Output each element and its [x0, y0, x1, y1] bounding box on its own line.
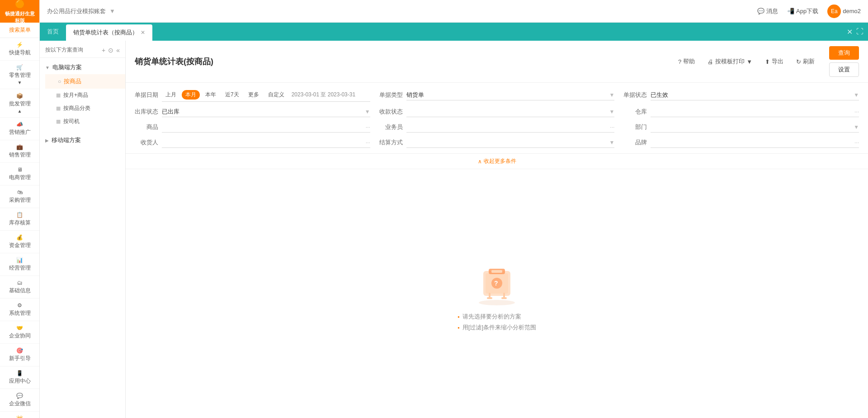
- brand-control[interactable]: ···: [651, 137, 859, 148]
- scheme-item-by-product[interactable]: ○ 按商品: [45, 74, 125, 89]
- collapse-panel-icon[interactable]: «: [116, 47, 120, 54]
- collapse-bar[interactable]: ∧ 收起更多条件: [126, 154, 868, 169]
- stockstatus-control[interactable]: ▼: [162, 106, 370, 117]
- filter-field-paymentstatus: 收款状态 ▼: [379, 106, 615, 117]
- add-scheme-icon[interactable]: +: [102, 47, 105, 54]
- sidebar-item-newbie[interactable]: 🎯 新手引导: [0, 344, 39, 366]
- tab-report[interactable]: 销货单统计表（按商品） ✕: [66, 24, 152, 41]
- product-input[interactable]: [162, 124, 364, 130]
- message-btn[interactable]: 💬 消息: [757, 7, 778, 15]
- paymentmethod-control[interactable]: ▼: [406, 137, 615, 148]
- paymentstatus-dropdown-icon[interactable]: ▼: [607, 109, 614, 115]
- tab-maximize-icon[interactable]: ⛶: [856, 28, 863, 36]
- sidebar-item-retail[interactable]: 🛒 零售管理 ▼: [0, 61, 39, 89]
- empty-state: ? 请先选择要分析的方案 用[过滤]条件来缩小分析范围: [126, 169, 868, 418]
- sidebar-item-system[interactable]: ⚙ 系统管理: [0, 299, 39, 321]
- tab-home[interactable]: 首页: [40, 23, 66, 41]
- stockstatus-dropdown-icon[interactable]: ▼: [363, 109, 370, 115]
- refresh-btn[interactable]: ↻ 刷新: [793, 56, 818, 67]
- sidebar-item-sales[interactable]: 💼 销售管理: [0, 140, 39, 163]
- paymentmethod-dropdown-icon[interactable]: ▼: [607, 139, 614, 146]
- sidebar-label-ecommerce: 电商管理: [9, 174, 31, 181]
- user-menu[interactable]: Ea demo2: [827, 5, 861, 18]
- header-dropdown-icon[interactable]: ▼: [109, 8, 115, 14]
- sidebar-search[interactable]: 搜索菜单: [0, 23, 39, 38]
- sidebar-item-procurement[interactable]: 🛍 采购管理: [0, 185, 39, 208]
- date-btn-this-year[interactable]: 本年: [202, 90, 220, 100]
- nav-icon-ecommerce: 🖥: [17, 166, 23, 173]
- settings-btn[interactable]: 设置: [829, 62, 859, 77]
- chevron-up-icon: ▲: [18, 109, 22, 114]
- product-more-icon[interactable]: ···: [364, 124, 370, 130]
- dept-input[interactable]: [651, 124, 852, 130]
- paymentmethod-input[interactable]: [406, 139, 608, 146]
- receiver-input[interactable]: [162, 139, 364, 146]
- sidebar-item-member[interactable]: 👑 畅会员: [0, 412, 39, 418]
- scheme-group-mobile-header[interactable]: ▶ 移动端方案: [40, 133, 125, 147]
- sidebar-item-wholesale[interactable]: 📦 批发管理 ▲: [0, 89, 39, 118]
- sidebar-item-finance[interactable]: 💰 资金管理: [0, 231, 39, 253]
- settings-scheme-icon[interactable]: ⊙: [108, 47, 113, 54]
- help-label: 帮助: [683, 57, 695, 66]
- warehouse-control[interactable]: ···: [651, 106, 859, 117]
- tab-close-window-icon[interactable]: ✕: [847, 28, 853, 36]
- doctype-dropdown-icon[interactable]: ▼: [607, 92, 614, 98]
- filter-field-docstatus: 单据状态 ▼: [623, 90, 859, 100]
- salesperson-more-icon[interactable]: ···: [608, 124, 614, 130]
- receiver-more-icon[interactable]: ···: [364, 139, 370, 146]
- export-icon: ⬆: [765, 58, 770, 65]
- empty-text-list: 请先选择要分析的方案 用[过滤]条件来缩小分析范围: [458, 313, 536, 334]
- date-btn-last-month[interactable]: 上月: [162, 90, 180, 100]
- warehouse-input[interactable]: [651, 108, 853, 115]
- doctype-control[interactable]: ▼: [406, 90, 615, 100]
- sidebar-item-ecommerce[interactable]: 🖥 电商管理: [0, 163, 39, 185]
- scheme-item-by-category[interactable]: ▦ 按商品分类: [45, 102, 125, 115]
- date-range-display: 2023-03-01 至 2023-03-31: [292, 91, 355, 99]
- date-btn-more[interactable]: 更多: [245, 90, 263, 100]
- warehouse-more-icon[interactable]: ···: [853, 109, 859, 115]
- content-area: 按以下方案查询 + ⊙ « ▼ 电脑端方案 ○ 按商品: [40, 41, 868, 418]
- sidebar-item-basic[interactable]: 🗂 基础信息: [0, 276, 39, 299]
- svg-point-0: [479, 300, 515, 305]
- nav-icon-wholesale: 📦: [16, 93, 23, 99]
- sidebar-item-wechat[interactable]: 💬 企业微信: [0, 389, 39, 412]
- doctype-input[interactable]: [406, 91, 608, 98]
- filter-row-1: 单据日期 上月 本月 本年 近7天 更多 自定义 2023-03-01 至 20…: [135, 88, 859, 102]
- salesperson-control[interactable]: ···: [406, 122, 615, 133]
- query-btn[interactable]: 查询: [829, 46, 859, 60]
- sidebar-label-finance: 资金管理: [9, 242, 31, 249]
- print-btn[interactable]: 🖨 按模板打印 ▼: [704, 56, 756, 67]
- export-btn[interactable]: ⬆ 导出: [761, 56, 787, 67]
- product-control[interactable]: ···: [162, 122, 370, 133]
- date-btn-custom[interactable]: 自定义: [264, 90, 288, 100]
- sidebar-item-inventory[interactable]: 📋 库存核算: [0, 208, 39, 231]
- sidebar-item-quicknav[interactable]: ⚡ 快捷导航: [0, 38, 39, 61]
- salesperson-input[interactable]: [406, 124, 609, 130]
- sidebar-label-enterprise: 企业协同: [9, 332, 31, 340]
- receiver-control[interactable]: ···: [162, 137, 370, 148]
- scheme-item-by-cashier[interactable]: ▦ 按司机: [45, 115, 125, 128]
- docstatus-control[interactable]: ▼: [651, 90, 859, 100]
- docstatus-input[interactable]: [651, 91, 852, 98]
- brand-more-icon[interactable]: ···: [853, 139, 859, 146]
- sidebar-item-marketing[interactable]: 📣 营销推广: [0, 118, 39, 140]
- paymentstatus-input[interactable]: [406, 108, 608, 115]
- app-download-btn[interactable]: 📲 App下载: [787, 7, 818, 15]
- dept-control[interactable]: ▼: [651, 122, 859, 133]
- sidebar-item-enterprise[interactable]: 🤝 企业协同: [0, 321, 39, 344]
- date-btn-7days[interactable]: 近7天: [222, 90, 243, 100]
- dept-dropdown-icon[interactable]: ▼: [852, 124, 859, 130]
- sidebar-item-appcenter[interactable]: 📱 应用中心: [0, 366, 39, 389]
- docstatus-dropdown-icon[interactable]: ▼: [852, 92, 859, 98]
- help-btn[interactable]: ? 帮助: [675, 56, 698, 67]
- scheme-item-by-month-product[interactable]: ▦ 按月+商品: [45, 89, 125, 102]
- stockstatus-input[interactable]: [162, 108, 363, 115]
- tab-close-icon[interactable]: ✕: [141, 29, 145, 36]
- scheme-icon-cashier: ▦: [56, 119, 61, 124]
- paymentstatus-control[interactable]: ▼: [406, 106, 615, 117]
- sidebar-item-operations[interactable]: 📊 经营管理: [0, 253, 39, 276]
- sidebar-label-newbie: 新手引导: [9, 355, 31, 362]
- brand-input[interactable]: [651, 139, 853, 146]
- date-btn-this-month[interactable]: 本月: [182, 90, 200, 100]
- scheme-group-pc-header[interactable]: ▼ 电脑端方案: [40, 61, 125, 74]
